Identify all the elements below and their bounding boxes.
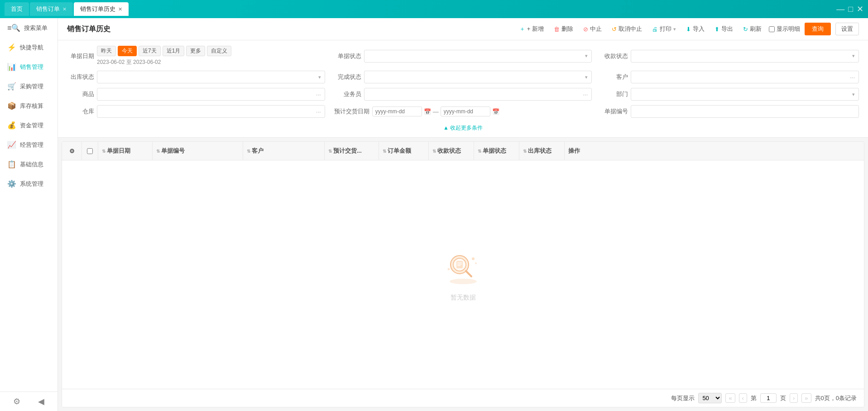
- filter-department: 部门 ▾: [601, 88, 859, 101]
- sidebar-item-sales-mgmt[interactable]: 📊 销售管理: [0, 57, 58, 77]
- next-page-btn[interactable]: ›: [790, 393, 798, 403]
- date-tag-1month[interactable]: 近1月: [163, 46, 185, 56]
- show-detail-checkbox-wrap[interactable]: 显示明细: [769, 25, 800, 33]
- svg-line-3: [466, 271, 471, 276]
- goods-label: 商品: [67, 90, 94, 98]
- filter-bill-date: 单据日期 昨天 今天 近7天 近1月 更多 自定义 2023-06-02 至 2…: [67, 46, 325, 66]
- sort-out-status-icon[interactable]: ⇅: [523, 149, 527, 154]
- minimize-btn[interactable]: —: [836, 5, 844, 14]
- refresh-btn-label: 刷新: [750, 25, 762, 33]
- sort-bill-status-icon[interactable]: ⇅: [478, 149, 481, 154]
- warehouse-select[interactable]: ···: [97, 105, 325, 118]
- new-icon: ＋: [519, 25, 525, 33]
- gear-settings-icon[interactable]: ⚙: [69, 148, 75, 155]
- tab-sales-order-history[interactable]: 销售订单历史 ✕: [74, 2, 129, 16]
- completion-status-label: 完成状态: [334, 73, 361, 81]
- delivery-date-from[interactable]: [372, 106, 422, 116]
- close-btn[interactable]: ✕: [857, 4, 863, 14]
- first-page-btn[interactable]: «: [725, 393, 735, 403]
- setting-button[interactable]: 设置: [835, 23, 859, 35]
- tab-home[interactable]: 首页: [5, 2, 29, 16]
- th-order-amount: ⇅ 订单金额: [379, 142, 429, 160]
- sort-bill-no-icon[interactable]: ⇅: [156, 149, 160, 154]
- date-tag-custom[interactable]: 自定义: [207, 46, 231, 56]
- close-sales-order-tab[interactable]: ✕: [62, 6, 67, 12]
- svg-point-0: [450, 279, 477, 284]
- maximize-btn[interactable]: □: [848, 5, 853, 14]
- department-select[interactable]: ▾: [631, 88, 859, 101]
- cancel-stop-btn[interactable]: ↺ 取消中止: [609, 23, 645, 35]
- empty-text: 暂无数据: [451, 294, 476, 302]
- customer-label: 客户: [601, 73, 628, 81]
- sidebar-item-ops-mgmt[interactable]: 📈 经营管理: [0, 135, 58, 155]
- date-range-text: 2023-06-02 至 2023-06-02: [97, 58, 325, 66]
- delivery-status-label: 出库状态: [67, 73, 94, 81]
- payment-status-select[interactable]: ▾: [631, 50, 859, 63]
- date-to-calendar-icon[interactable]: 📅: [492, 108, 499, 115]
- th-check[interactable]: [82, 142, 98, 160]
- delivery-date-to[interactable]: [441, 106, 490, 116]
- sidebar-settings-btn[interactable]: ⚙: [13, 396, 20, 406]
- salesperson-dots-icon[interactable]: ···: [583, 91, 588, 98]
- date-tag-7days[interactable]: 近7天: [139, 46, 161, 56]
- date-tag-today[interactable]: 今天: [118, 46, 137, 56]
- select-all-checkbox[interactable]: [87, 148, 93, 154]
- close-history-tab[interactable]: ✕: [118, 6, 122, 12]
- delete-btn[interactable]: 🗑 删除: [551, 23, 576, 35]
- tab-sales-order[interactable]: 销售订单 ✕: [30, 2, 73, 16]
- date-tag-yesterday[interactable]: 昨天: [97, 46, 116, 56]
- collapse-bar[interactable]: ▲ 收起更多条件: [67, 122, 859, 132]
- prev-page-btn[interactable]: ‹: [739, 393, 747, 403]
- print-btn[interactable]: 🖨 打印 ▾: [649, 23, 679, 35]
- export-btn-label: 导出: [721, 25, 733, 33]
- salesperson-select[interactable]: ···: [364, 88, 592, 101]
- sidebar-item-search-menu[interactable]: ≡🔍 搜索菜单: [0, 18, 58, 38]
- new-btn[interactable]: ＋ + 新增: [517, 23, 547, 35]
- filter-customer: 客户 ···: [601, 71, 859, 83]
- goods-dots-icon[interactable]: ···: [316, 91, 321, 98]
- bill-no-input[interactable]: [631, 105, 859, 118]
- goods-select[interactable]: ···: [97, 88, 325, 101]
- print-btn-label: 打印: [660, 25, 671, 33]
- sidebar-item-inventory-calc[interactable]: 📦 库存核算: [0, 96, 58, 116]
- show-detail-checkbox[interactable]: [769, 26, 775, 32]
- search-menu-icon: ≡🔍: [7, 24, 20, 32]
- stop-btn[interactable]: ⊘ 中止: [580, 23, 604, 35]
- filter-completion-status: 完成状态 ▾: [334, 71, 592, 83]
- sort-delivery-icon[interactable]: ⇅: [328, 149, 332, 154]
- completion-status-select[interactable]: ▾: [364, 71, 592, 83]
- sidebar-item-capital-mgmt[interactable]: 💰 资金管理: [0, 116, 58, 135]
- sidebar-item-purchase-mgmt-label: 采购管理: [20, 82, 43, 91]
- sort-customer-icon[interactable]: ⇅: [247, 149, 250, 154]
- import-btn[interactable]: ⬇ 导入: [683, 23, 707, 35]
- date-tag-more[interactable]: 更多: [186, 46, 205, 56]
- sort-amount-icon[interactable]: ⇅: [383, 149, 386, 154]
- filter-salesperson: 业务员 ···: [334, 88, 592, 101]
- sidebar-item-basic-info[interactable]: 📋 基础信息: [0, 155, 58, 174]
- date-from-calendar-icon[interactable]: 📅: [424, 108, 431, 115]
- customer-dots-icon[interactable]: ···: [850, 74, 855, 81]
- sidebar-item-purchase-mgmt[interactable]: 🛒 采购管理: [0, 77, 58, 96]
- sidebar-item-inventory-calc-label: 库存核算: [20, 102, 43, 110]
- sidebar-collapse-btn[interactable]: ◀: [38, 396, 44, 406]
- last-page-btn[interactable]: »: [801, 393, 811, 403]
- page-size-select[interactable]: 20 50 100: [698, 393, 722, 403]
- customer-select[interactable]: ···: [631, 71, 859, 83]
- sort-payment-icon[interactable]: ⇅: [432, 149, 436, 154]
- table-section: ⚙ ⇅ 单据日期 ⇅ 单据编号 ⇅ 客户 ⇅: [62, 141, 864, 407]
- filter-section: 单据日期 昨天 今天 近7天 近1月 更多 自定义 2023-06-02 至 2…: [58, 40, 868, 138]
- sidebar-item-sys-mgmt[interactable]: ⚙️ 系统管理: [0, 174, 58, 193]
- sidebar-item-quick-nav[interactable]: ⚡ 快捷导航: [0, 38, 58, 57]
- refresh-btn[interactable]: ↻ 刷新: [740, 23, 764, 35]
- th-gear[interactable]: ⚙: [62, 142, 82, 160]
- page-number-input[interactable]: [760, 393, 777, 403]
- query-button[interactable]: 查询: [805, 23, 831, 35]
- tab-sales-order-history-label: 销售订单历史: [80, 5, 115, 13]
- export-btn[interactable]: ⬆ 导出: [712, 23, 736, 35]
- bill-status-select[interactable]: ▾: [364, 50, 592, 63]
- th-customer: ⇅ 客户: [243, 142, 325, 160]
- delivery-status-select[interactable]: ▾: [97, 71, 325, 83]
- total-records-label: 共0页，0条记录: [815, 394, 857, 402]
- warehouse-dots-icon[interactable]: ···: [316, 108, 321, 115]
- sort-bill-date-icon[interactable]: ⇅: [102, 149, 106, 154]
